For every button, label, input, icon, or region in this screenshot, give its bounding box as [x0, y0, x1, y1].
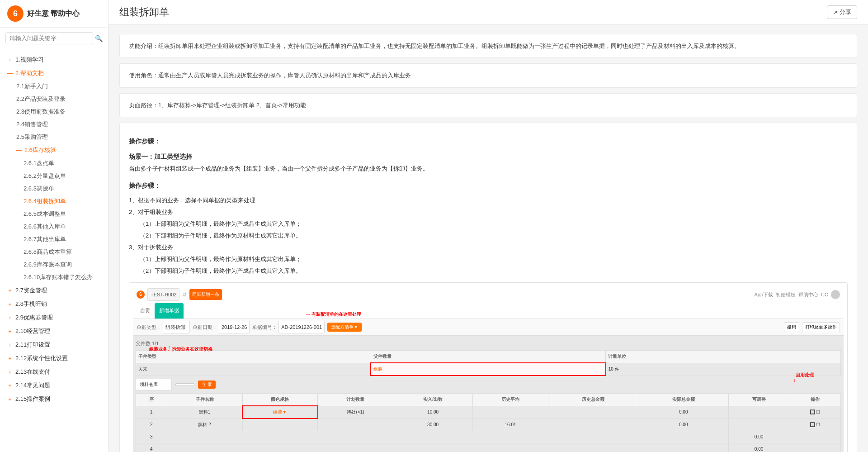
step3-1: （1）上部明细为父件明细，最终作为原材料生成其它出库单；	[129, 253, 848, 265]
order-field: 单据编号： AD-20191226-001	[252, 321, 325, 333]
sidebar-item-newbie[interactable]: 2.1新手入门	[0, 80, 108, 93]
cell-empty	[167, 431, 728, 443]
new-record-btn[interactable]: 同班新增一条	[189, 289, 222, 300]
sidebar-nav: ＋ 1.视频学习 — 2.帮助文档 2.1新手入门 2.2产品安装及登录 2.3…	[0, 49, 108, 452]
app-toolbar: 单据类型： 组装拆卸 单据日期： 2019-12-26 单据编号： AD-201…	[133, 319, 844, 336]
cell-adj	[729, 406, 789, 419]
search-box: 🔍	[0, 28, 108, 49]
sidebar-item-dataprep[interactable]: 2.3使用前数据准备	[0, 105, 108, 118]
sidebar-item-label: 2.11打印设置	[15, 341, 50, 349]
cell-plan: 待处(×1)	[318, 406, 393, 419]
sidebar-item-label: 2.12系统个性化设置	[15, 354, 68, 362]
type-value[interactable]: 组装拆卸	[163, 321, 190, 333]
undo-btn[interactable]: 撤销	[784, 322, 799, 332]
plus-icon: ＋	[7, 300, 13, 308]
cell-plan	[318, 419, 393, 431]
annotation-switch: 组装业务、拆卸业务在这里切换	[149, 345, 212, 354]
sidebar-item-customize[interactable]: ＋ 2.12系统个性化设置	[0, 352, 108, 365]
operations-section: 操作步骤： 场景一：加工类型选择 当由多个子件材料组装成一个成品的业务为【组装】…	[119, 123, 857, 452]
sidebar-item-purchase[interactable]: 2.5采购管理	[0, 131, 108, 143]
sidebar-item-finance[interactable]: ＋ 2.7资金管理	[0, 284, 108, 297]
plus-icon: ＋	[7, 328, 13, 335]
intro-text-2: 使用角色：通常由生产人员或库管人员完成拆装业务的操作，库管人员确认原材料的出库和…	[129, 72, 411, 79]
nav-help[interactable]: 帮助中心	[798, 290, 818, 300]
intro-block-2: 使用角色：通常由生产人员或库管人员完成拆装业务的操作，库管人员确认原材料的出库和…	[119, 63, 857, 87]
order-value[interactable]: AD-20191226-001	[278, 321, 325, 333]
search-button[interactable]: 🔍	[95, 35, 103, 42]
sidebar-item-coupon[interactable]: ＋ 2.9优惠券管理	[0, 311, 108, 324]
cell-no: 1	[136, 406, 167, 419]
sidebar-item-inventory[interactable]: — 2.6库存核算	[0, 143, 108, 157]
sidebar-item-faq[interactable]: ＋ 2.14常见问题	[0, 379, 108, 392]
sidebar-item-label: 2.13在线支付	[15, 368, 50, 376]
plus-icon: ＋	[7, 395, 13, 403]
refresh-icon: ↺	[182, 289, 187, 300]
app-org-select[interactable]: TEST-H002	[147, 288, 179, 301]
sidebar-item-label: 1.视频学习	[15, 56, 44, 64]
lower-th-name: 子件名称	[167, 394, 242, 406]
tab-new-record[interactable]: 新增单据	[155, 303, 184, 319]
app-titlebar: 6 TEST-H002 ↺ 同班新增一条 App下载 初始模板 帮助中心 CC	[133, 286, 844, 303]
sidebar-item-2.6.4[interactable]: 2.6.4组装拆卸单	[0, 195, 108, 208]
table-row: 30.00	[136, 431, 841, 443]
table-row: 40.00	[136, 443, 841, 452]
intro-text-3: 页面路径：1、库存核算->库存管理->组装拆卸单 2、首页->常用功能	[129, 102, 306, 109]
sidebar-item-docs[interactable]: — 2.帮助文档	[0, 67, 108, 80]
sidebar-item-2.6.7[interactable]: 2.6.7其他出库单	[0, 233, 108, 246]
confirm-btn[interactable]: 立 案	[198, 381, 216, 389]
search-input[interactable]	[5, 32, 93, 44]
sidebar-item-label: 2.8手机旺铺	[15, 300, 47, 308]
sidebar-item-2.6.10[interactable]: 2.6.10库存账本错了怎么办	[0, 271, 108, 284]
nav-cc[interactable]: CC	[821, 290, 828, 300]
sidebar-item-install[interactable]: 2.2产品安装及登录	[0, 93, 108, 105]
upper-table: 子件类型 父件数量 计量单位 关末 组装	[136, 350, 841, 376]
sidebar-item-print[interactable]: ＋ 2.11打印设置	[0, 338, 108, 352]
table-row: 1 黑料1 组装▼ 待处(×1) 10.00 0.00 🔲 ☐	[136, 406, 841, 419]
sidebar-item-video[interactable]: ＋ 1.视频学习	[0, 53, 108, 67]
type-label: 单据类型：	[137, 322, 161, 332]
qty-value[interactable]: 组装	[373, 366, 382, 371]
cell-h1	[473, 406, 548, 419]
print-btn[interactable]: 打印及更多操作	[802, 322, 840, 332]
scene1-desc: 当由多个子件材料组装成一个成品的业务为【组装】业务，当由一个父件拆分成多个子产品…	[129, 163, 848, 175]
cell-h1: 16.01	[473, 419, 548, 431]
plus-icon: ＋	[7, 341, 13, 349]
ops-title: 操作步骤：	[129, 135, 848, 147]
sidebar-item-2.6.6[interactable]: 2.6.6其他入库单	[0, 220, 108, 233]
spec-value[interactable]: 组装▼	[273, 409, 287, 414]
sidebar-item-cases[interactable]: ＋ 2.15操作案例	[0, 392, 108, 406]
sidebar-item-label: 2.15操作案例	[15, 395, 50, 403]
cell-actual: 10.00	[393, 406, 473, 419]
lower-th-no: 序	[136, 394, 167, 406]
plus-icon: ＋	[7, 355, 13, 362]
sidebar-item-payment[interactable]: ＋ 2.13在线支付	[0, 365, 108, 379]
tab-home[interactable]: 自贡	[136, 303, 155, 319]
nav-app-download[interactable]: App下载	[755, 290, 774, 300]
sidebar-item-2.6.1[interactable]: 2.6.1盘点单	[0, 157, 108, 170]
warehouse-input[interactable]: 领料仓库	[136, 379, 172, 390]
share-button[interactable]: ↗ 分享	[827, 5, 857, 19]
date-field: 单据日期： 2019-12-26	[193, 321, 250, 333]
sidebar-item-2.6.5[interactable]: 2.6.5成本调整单	[0, 208, 108, 220]
arrow-switch: ↑	[168, 342, 171, 353]
sidebar-item-mgmt[interactable]: ＋ 2.10经营管理	[0, 324, 108, 338]
cell-no: 2	[136, 419, 167, 431]
cell-type: 关末	[136, 363, 371, 376]
bom-select-btn[interactable]: 选配方清单▼	[327, 323, 362, 332]
sidebar-item-sales[interactable]: 2.4销售管理	[0, 118, 108, 131]
sidebar-item-mobile[interactable]: ＋ 2.8手机旺铺	[0, 297, 108, 311]
app-content-area: 父件数 1/1 组装业务、拆卸业务在这里切换 ↑ 子件类型 父件数量	[133, 336, 844, 452]
sidebar-item-2.6.3[interactable]: 2.6.3调拨单	[0, 182, 108, 195]
sidebar-item-2.6.9[interactable]: 2.6.9库存账本查询	[0, 258, 108, 271]
warehouse-search[interactable]	[175, 383, 194, 386]
order-label: 单据编号：	[252, 322, 277, 332]
sidebar-item-2.6.2[interactable]: 2.6.2分量盘点单	[0, 170, 108, 182]
sidebar-item-2.6.8[interactable]: 2.6.8商品成本重算	[0, 246, 108, 258]
upper-th-unit: 计量单位	[606, 351, 841, 363]
nav-init-template[interactable]: 初始模板	[776, 290, 796, 300]
cell-name: 黑料 2	[167, 419, 242, 431]
arrow-activate: ↓	[793, 375, 796, 386]
steps-label: 操作步骤：	[129, 179, 848, 192]
date-value[interactable]: 2019-12-26	[219, 321, 250, 333]
step3: 3、对于拆装业务	[129, 242, 848, 253]
